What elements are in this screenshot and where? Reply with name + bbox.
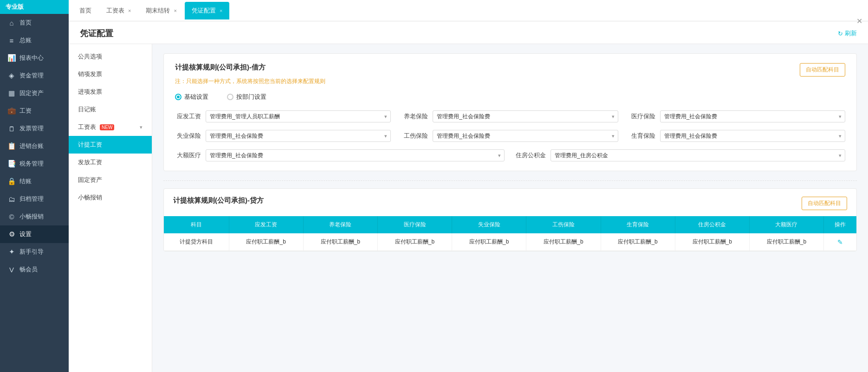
ledger-icon: ≡ bbox=[7, 37, 16, 45]
right-content: 计提核算规则(公司承担)-借方 注：只能选择一种方式，系统将按照您当前的选择来配… bbox=[152, 44, 868, 372]
close-period-icon: 🔒 bbox=[7, 177, 16, 186]
tab-voucher-config-label: 凭证配置 bbox=[192, 6, 216, 15]
debit-auto-match-button[interactable]: 自动匹配科目 bbox=[800, 63, 845, 77]
col-header-yiliao: 医疗保险 bbox=[377, 216, 452, 233]
sidebar-item-member[interactable]: V 畅会员 bbox=[0, 261, 69, 278]
left-nav-calc-salary[interactable]: 计提工资 bbox=[69, 136, 152, 154]
sidebar-item-label: 资金管理 bbox=[19, 71, 44, 80]
left-nav-payroll-table[interactable]: 工资表 NEW ▾ bbox=[69, 118, 152, 136]
sidebar-item-label: 进销台账 bbox=[19, 142, 44, 150]
sidebar-item-label: 小畅报销 bbox=[19, 212, 44, 221]
page-title: 凭证配置 bbox=[80, 28, 113, 39]
sidebar-item-archive[interactable]: 🗂 归档管理 bbox=[0, 190, 69, 208]
sidebar-item-home[interactable]: ⌂ 首页 bbox=[0, 14, 69, 32]
sidebar-item-label: 设置 bbox=[19, 230, 32, 238]
left-nav: 公共选项 销项发票 进项发票 日记账 工资表 NEW ▾ 计提工资 发放工资 bbox=[69, 44, 152, 372]
invoices-icon: 🗒 bbox=[7, 125, 16, 133]
col-header-gongshang: 工伤保险 bbox=[526, 216, 601, 233]
tab-voucher-config[interactable]: 凭证配置 × bbox=[185, 2, 229, 19]
sidebar-item-settings[interactable]: ⚙ 设置 bbox=[0, 225, 69, 243]
window-close-button[interactable]: ✕ bbox=[856, 17, 862, 26]
select-yanglao[interactable]: 管理费用_社会保险费 bbox=[433, 110, 618, 122]
select-shiye[interactable]: 管理费用_社会保险费 bbox=[206, 130, 391, 142]
tab-home[interactable]: 首页 bbox=[72, 2, 98, 19]
app-logo: 专业版 bbox=[0, 0, 69, 14]
assets-icon: ▦ bbox=[7, 89, 16, 97]
radio-basic-circle bbox=[175, 94, 181, 100]
reports-icon: 📊 bbox=[7, 54, 16, 62]
form-label-yingfa: 应发工资 bbox=[175, 112, 201, 121]
select-yingfa-gongzi[interactable]: 管理费用_管理人员职工薪酬 bbox=[206, 110, 391, 122]
refresh-label: 刷新 bbox=[845, 29, 857, 38]
select-daeyiliao[interactable]: 管理费用_社会保险费 bbox=[206, 149, 505, 161]
credit-auto-match-button[interactable]: 自动匹配科目 bbox=[802, 197, 847, 210]
sales-icon: 📋 bbox=[7, 142, 16, 150]
select-yiliao[interactable]: 管理费用_社会保险费 bbox=[660, 110, 845, 122]
credit-section-title: 计提核算规则(公司承担)-贷方 bbox=[173, 196, 264, 205]
left-nav-public[interactable]: 公共选项 bbox=[69, 48, 152, 65]
select-wrapper-yiliao: 管理费用_社会保险费 bbox=[660, 110, 845, 122]
sidebar-item-label: 工资 bbox=[19, 107, 32, 115]
cell-action[interactable]: ✎ bbox=[824, 233, 856, 251]
sidebar-item-guide[interactable]: ✦ 新手引导 bbox=[0, 243, 69, 261]
radio-dept-settings[interactable]: 按部门设置 bbox=[227, 93, 266, 101]
radio-dept-label: 按部门设置 bbox=[236, 93, 266, 101]
form-label-gongshang: 工伤保险 bbox=[402, 132, 428, 140]
sidebar-item-salary[interactable]: 💼 工资 bbox=[0, 102, 69, 120]
sidebar-item-label: 发票管理 bbox=[19, 124, 44, 133]
left-nav-journal[interactable]: 日记账 bbox=[69, 101, 152, 118]
tab-bar: 首页 工资表 × 期末结转 × 凭证配置 × ✕ bbox=[69, 0, 868, 21]
cell-col4: 应付职工薪酬_b bbox=[452, 233, 526, 251]
tab-payroll-label: 工资表 bbox=[106, 6, 124, 15]
refresh-icon: ↻ bbox=[838, 30, 843, 37]
edit-icon[interactable]: ✎ bbox=[837, 238, 843, 246]
form-item-gongjijin: 住房公积金 管理费用_住房公积金 bbox=[516, 149, 845, 161]
tab-period-close-label: 期末结转 bbox=[146, 6, 170, 15]
select-gongshang[interactable]: 管理费用_社会保险费 bbox=[433, 130, 618, 142]
sidebar-item-invoices[interactable]: 🗒 发票管理 bbox=[0, 120, 69, 137]
form-item-shiye: 失业保险 管理费用_社会保险费 bbox=[175, 130, 391, 142]
left-nav-expense-report[interactable]: 小畅报销 bbox=[69, 189, 152, 206]
col-header-yanglao: 养老保险 bbox=[303, 216, 377, 233]
cell-subject: 计提贷方科目 bbox=[164, 233, 229, 251]
left-nav-sale-invoice[interactable]: 销项发票 bbox=[69, 65, 152, 83]
sidebar-item-sales[interactable]: 📋 进销台账 bbox=[0, 137, 69, 155]
sidebar-item-assets[interactable]: ▦ 固定资产 bbox=[0, 84, 69, 102]
radio-basic-settings[interactable]: 基础设置 bbox=[175, 93, 208, 101]
sidebar-item-close[interactable]: 🔒 结账 bbox=[0, 173, 69, 190]
cell-col1: 应付职工薪酬_b bbox=[229, 233, 303, 251]
form-label-shiye: 失业保险 bbox=[175, 132, 201, 140]
credit-section-header: 计提核算规则(公司承担)-贷方 自动匹配科目 bbox=[164, 189, 856, 216]
sidebar-item-ledger[interactable]: ≡ 总账 bbox=[0, 32, 69, 49]
tab-payroll[interactable]: 工资表 × bbox=[99, 2, 138, 19]
select-gongjijin[interactable]: 管理费用_住房公积金 bbox=[551, 149, 845, 161]
sidebar-item-tax[interactable]: 📑 税务管理 bbox=[0, 155, 69, 173]
form-item-shengyu: 生育保险 管理费用_社会保险费 bbox=[629, 130, 845, 142]
form-label-shengyu: 生育保险 bbox=[629, 132, 655, 140]
cell-col6: 应付职工薪酬_b bbox=[601, 233, 675, 251]
col-header-subject: 科目 bbox=[164, 216, 229, 233]
salary-icon: 💼 bbox=[7, 107, 16, 115]
sidebar-item-label: 首页 bbox=[19, 19, 32, 27]
tab-period-close-close[interactable]: × bbox=[174, 8, 176, 13]
cell-col8: 应付职工薪酬_b bbox=[749, 233, 823, 251]
left-nav-fixed-assets[interactable]: 固定资产 bbox=[69, 171, 152, 189]
sidebar-item-reports[interactable]: 📊 报表中心 bbox=[0, 49, 69, 67]
sidebar-item-funds[interactable]: ◈ 资金管理 bbox=[0, 67, 69, 84]
sidebar-item-label: 畅会员 bbox=[19, 265, 38, 274]
tab-period-close[interactable]: 期末结转 × bbox=[139, 2, 183, 19]
left-nav-pay-salary[interactable]: 发放工资 bbox=[69, 154, 152, 171]
refresh-button[interactable]: ↻ 刷新 bbox=[838, 29, 857, 38]
debit-section: 计提核算规则(公司承担)-借方 注：只能选择一种方式，系统将按照您当前的选择来配… bbox=[163, 53, 857, 171]
col-header-shiye: 失业保险 bbox=[452, 216, 526, 233]
select-shengyu[interactable]: 管理费用_社会保险费 bbox=[660, 130, 845, 142]
col-header-yingfa: 应发工资 bbox=[229, 216, 303, 233]
sidebar-item-label: 新手引导 bbox=[19, 248, 44, 256]
tab-payroll-close[interactable]: × bbox=[128, 8, 131, 13]
debit-section-header-left: 计提核算规则(公司承担)-借方 注：只能选择一种方式，系统将按照您当前的选择来配… bbox=[175, 63, 325, 85]
tab-voucher-config-close[interactable]: × bbox=[220, 8, 222, 13]
form-item-yanglao: 养老保险 管理费用_社会保险费 bbox=[402, 110, 618, 122]
sidebar-item-xiao-report[interactable]: © 小畅报销 bbox=[0, 208, 69, 225]
left-nav-purchase-invoice[interactable]: 进项发票 bbox=[69, 83, 152, 101]
xiao-report-icon: © bbox=[7, 213, 16, 221]
